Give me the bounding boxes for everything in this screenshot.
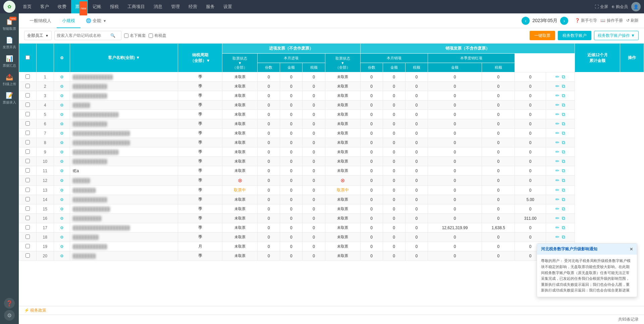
row-checkbox[interactable] [25, 112, 30, 116]
select-all-checkbox[interactable] [25, 55, 30, 60]
edit-icon[interactable]: ✏ [555, 93, 559, 98]
edit-icon[interactable]: ✏ [555, 149, 559, 154]
row-settings-icon[interactable]: ⚙ [60, 93, 64, 98]
nav-service[interactable]: 服务 [202, 0, 219, 13]
new-guide-button[interactable]: ❓ 新手引导 [575, 18, 597, 23]
manual-button[interactable]: 📖 操作手册 [600, 18, 623, 23]
row-checkbox[interactable] [25, 131, 30, 135]
row-settings-cell[interactable]: ⚙ [54, 101, 70, 110]
row-settings-cell[interactable]: ⚙ [54, 129, 70, 138]
copy-icon[interactable]: ⧉ [562, 234, 565, 240]
settings-button[interactable]: ⚙ [4, 310, 15, 321]
row-checkbox[interactable] [25, 84, 30, 88]
user-avatar[interactable]: 👤 [631, 2, 641, 11]
row-checkbox-cell[interactable] [19, 138, 37, 147]
row-settings-cell[interactable]: ⚙ [54, 72, 70, 82]
row-checkbox[interactable] [25, 121, 30, 126]
app-logo[interactable]: ✿ [3, 1, 15, 13]
row-checkbox-cell[interactable] [19, 195, 37, 204]
edit-icon[interactable]: ✏ [555, 102, 559, 108]
help-button[interactable]: ❓ [4, 298, 15, 309]
tax-digital-account-button[interactable]: 税务数字账户 [558, 31, 591, 40]
edit-icon[interactable]: ✏ [555, 74, 559, 79]
copy-icon[interactable]: ⧉ [562, 197, 565, 202]
copy-icon[interactable]: ⧉ [562, 140, 565, 145]
row-checkbox-cell[interactable] [19, 186, 37, 195]
nav-manage[interactable]: 管理 [167, 0, 184, 13]
row-settings-cell[interactable]: ⚙ [54, 91, 70, 101]
edit-icon[interactable]: ✏ [555, 121, 559, 126]
row-checkbox[interactable] [25, 197, 30, 201]
row-checkbox-cell[interactable] [19, 204, 37, 214]
checkbox-column-header[interactable] [19, 44, 37, 72]
row-settings-icon[interactable]: ⚙ [60, 216, 64, 221]
row-settings-icon[interactable]: ⚙ [60, 169, 64, 173]
row-checkbox-cell[interactable] [19, 119, 37, 129]
period-next-button[interactable]: › [560, 17, 568, 25]
copy-icon[interactable]: ⧉ [562, 158, 565, 164]
row-checkbox-cell[interactable] [19, 129, 37, 138]
edit-icon[interactable]: ✏ [555, 130, 559, 136]
row-settings-cell[interactable]: ⚙ [54, 157, 70, 166]
row-settings-icon[interactable]: ⚙ [60, 159, 64, 164]
copy-icon[interactable]: ⧉ [562, 130, 565, 136]
tab-all[interactable]: 🌐 全能 ▼ [80, 13, 112, 28]
row-checkbox-cell[interactable] [19, 251, 37, 261]
row-settings-cell[interactable]: ⚙ [54, 204, 70, 214]
row-checkbox[interactable] [25, 253, 30, 258]
row-checkbox[interactable] [25, 188, 30, 192]
sidebar-item-invoice-open[interactable]: 📄 发票开具 [1, 35, 18, 52]
copy-icon[interactable]: ⧉ [562, 149, 565, 154]
row-settings-icon[interactable]: ⚙ [60, 254, 64, 258]
row-checkbox-cell[interactable] [19, 72, 37, 82]
settings-column-header[interactable]: ⚙ [54, 44, 70, 72]
copy-icon[interactable]: ⧉ [562, 112, 565, 117]
tab-small-scale[interactable]: 小规模 [57, 13, 80, 28]
copy-icon[interactable]: ⧉ [562, 206, 565, 211]
search-icon[interactable]: 🔍 [110, 33, 115, 38]
edit-icon[interactable]: ✏ [555, 197, 559, 202]
row-checkbox[interactable] [25, 168, 30, 173]
row-settings-icon[interactable]: ⚙ [60, 197, 64, 202]
sidebar-item-ticket-entry[interactable]: 📝 票据录入 [1, 90, 18, 107]
nav-customer[interactable]: 客户 [36, 0, 53, 13]
row-checkbox[interactable] [25, 103, 30, 107]
edit-icon[interactable]: ✏ [555, 158, 559, 164]
edit-icon[interactable]: ✏ [555, 168, 559, 173]
row-checkbox-cell[interactable] [19, 91, 37, 101]
nav-operation[interactable]: 经营 [184, 0, 201, 13]
search-box[interactable]: 🔍 [54, 31, 121, 40]
row-settings-cell[interactable]: ⚙ [54, 138, 70, 147]
one-key-fetch-button[interactable]: 一键取票 [530, 31, 555, 40]
row-settings-icon[interactable]: ⚙ [60, 150, 64, 154]
row-settings-cell[interactable]: ⚙ [54, 214, 70, 223]
tax-digital-account-ops-button[interactable]: 税务数字账户操作 ▼ [594, 31, 639, 40]
row-settings-icon[interactable]: ⚙ [60, 188, 64, 193]
edit-icon[interactable]: ✏ [555, 187, 559, 193]
search-input[interactable] [57, 33, 110, 38]
nav-home[interactable]: 首页 [19, 0, 36, 13]
row-checkbox[interactable] [25, 149, 30, 154]
edit-icon[interactable]: ✏ [555, 206, 559, 211]
row-checkbox-cell[interactable] [19, 242, 37, 251]
subordinate-accounts-checkbox-label[interactable]: 名下账套 [124, 33, 146, 39]
edit-icon[interactable]: ✏ [555, 234, 559, 240]
row-checkbox[interactable] [25, 140, 30, 144]
row-settings-icon[interactable]: ⚙ [60, 178, 64, 183]
row-settings-cell[interactable]: ⚙ [54, 176, 70, 186]
row-checkbox[interactable] [25, 178, 30, 182]
nav-message[interactable]: 消息 [150, 0, 166, 13]
row-settings-icon[interactable]: ⚙ [60, 103, 64, 108]
row-checkbox-cell[interactable] [19, 110, 37, 119]
copy-icon[interactable]: ⧉ [562, 187, 565, 193]
copy-icon[interactable]: ⧉ [562, 93, 565, 98]
row-settings-icon[interactable]: ⚙ [60, 112, 64, 117]
period-prev-button[interactable]: ‹ [522, 17, 530, 25]
row-checkbox[interactable] [25, 206, 30, 211]
nav-accounting[interactable]: 记账 [89, 0, 105, 13]
row-checkbox[interactable] [25, 216, 30, 220]
out-fetch-status-header[interactable]: 取票状态▼（全部） [325, 54, 360, 72]
nav-tax[interactable]: 报税 [106, 0, 123, 13]
row-checkbox-cell[interactable] [19, 101, 37, 110]
row-checkbox-cell[interactable] [19, 147, 37, 157]
